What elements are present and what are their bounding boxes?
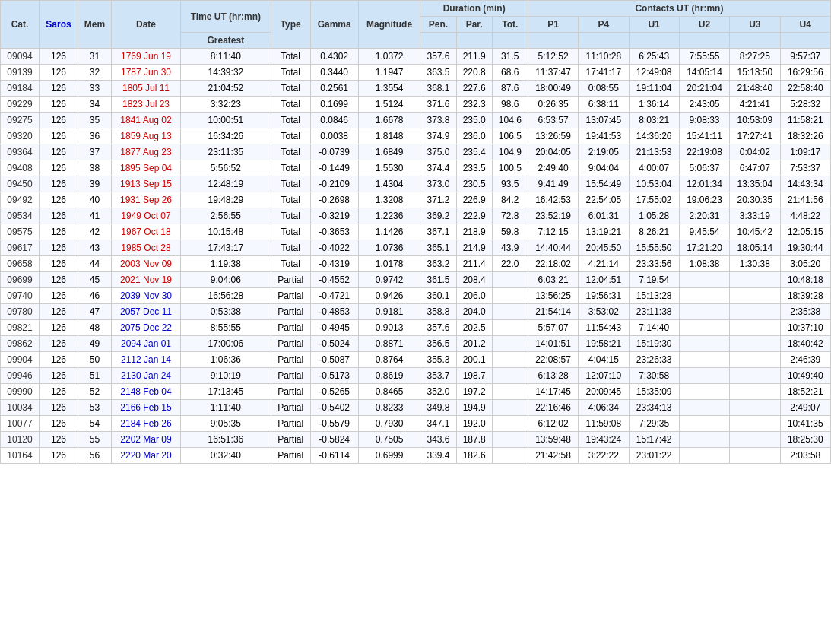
table-row: 09617126431985 Oct 2817:43:17Total-0.402… xyxy=(1,240,831,256)
table-cell: 126 xyxy=(40,400,78,416)
table-cell: 236.0 xyxy=(456,128,492,144)
table-cell: 2220 Mar 20 xyxy=(112,448,181,464)
table-cell: 13:07:45 xyxy=(579,113,629,128)
table-cell xyxy=(730,368,780,384)
table-cell: 2003 Nov 09 xyxy=(112,256,181,272)
table-cell: 104.6 xyxy=(492,113,528,128)
table-cell xyxy=(492,304,528,320)
table-cell: 59.8 xyxy=(492,224,528,240)
table-cell: 16:42:53 xyxy=(528,192,578,208)
table-cell: 1.5530 xyxy=(358,160,420,176)
table-cell: 1:19:38 xyxy=(180,256,271,272)
table-cell: 12:01:34 xyxy=(679,176,729,192)
table-cell: 232.3 xyxy=(456,97,492,113)
table-cell: 367.1 xyxy=(420,224,456,240)
table-cell xyxy=(679,432,729,448)
table-cell: 201.2 xyxy=(456,336,492,352)
table-cell: 44 xyxy=(78,256,111,272)
table-cell: 15:13:50 xyxy=(730,65,780,81)
table-cell xyxy=(730,304,780,320)
col-pen-empty xyxy=(420,33,456,49)
table-cell xyxy=(730,352,780,368)
table-row: 10077126542184 Feb 269:05:35Partial-0.55… xyxy=(1,416,831,432)
table-cell: 17:27:41 xyxy=(730,128,780,144)
table-cell: 2:35:38 xyxy=(780,304,830,320)
table-row: 09658126442003 Nov 091:19:38Total-0.4319… xyxy=(1,256,831,272)
table-cell: 361.5 xyxy=(420,272,456,288)
table-row: 09699126452021 Nov 199:04:06Partial-0.45… xyxy=(1,272,831,288)
table-cell: 371.2 xyxy=(420,192,456,208)
table-cell: 23:34:13 xyxy=(629,400,679,416)
col-gamma: Gamma xyxy=(310,1,358,49)
table-cell: 12:05:15 xyxy=(780,224,830,240)
table-cell: 21:13:53 xyxy=(629,144,679,160)
table-cell: -0.1449 xyxy=(310,160,358,176)
table-cell: 7:19:54 xyxy=(629,272,679,288)
table-cell: 1.6849 xyxy=(358,144,420,160)
table-cell: 126 xyxy=(40,416,78,432)
table-cell: 1769 Jun 19 xyxy=(112,49,181,65)
table-cell: 220.8 xyxy=(456,65,492,81)
col-time: Time UT (hr:mn) xyxy=(180,1,271,33)
table-cell: 22:58:40 xyxy=(780,81,830,97)
table-cell: Total xyxy=(271,113,310,128)
table-cell: -0.2109 xyxy=(310,176,358,192)
table-row: 09450126391913 Sep 1512:48:19Total-0.210… xyxy=(1,176,831,192)
table-cell: Total xyxy=(271,224,310,240)
table-cell: 09364 xyxy=(1,144,40,160)
table-cell: 3:53:02 xyxy=(579,304,629,320)
table-cell: 43.9 xyxy=(492,240,528,256)
table-cell: 104.9 xyxy=(492,144,528,160)
table-cell: 235.4 xyxy=(456,144,492,160)
table-cell: 19:30:44 xyxy=(780,240,830,256)
table-cell: 0.2561 xyxy=(310,81,358,97)
table-row: 10034126532166 Feb 151:11:40Partial-0.54… xyxy=(1,400,831,416)
table-cell: 4:04:15 xyxy=(579,352,629,368)
table-cell: 1913 Sep 15 xyxy=(112,176,181,192)
col-u3-empty xyxy=(730,33,780,49)
table-cell: 93.5 xyxy=(492,176,528,192)
table-cell: 368.1 xyxy=(420,81,456,97)
table-cell: 2094 Jan 01 xyxy=(112,336,181,352)
table-cell: 1895 Sep 04 xyxy=(112,160,181,176)
table-cell: -0.5173 xyxy=(310,368,358,384)
table-cell: -0.6114 xyxy=(310,448,358,464)
table-cell: 54 xyxy=(78,416,111,432)
table-cell: 6:13:28 xyxy=(528,368,578,384)
table-cell: 23:52:19 xyxy=(528,208,578,224)
table-cell: 194.9 xyxy=(456,400,492,416)
table-cell: 1:09:17 xyxy=(780,144,830,160)
table-cell: 22:18:02 xyxy=(528,256,578,272)
table-cell: 22:08:57 xyxy=(528,352,578,368)
table-cell: 84.2 xyxy=(492,192,528,208)
table-row: 09094126311769 Jun 198:11:40Total0.43021… xyxy=(1,49,831,65)
table-cell: 16:51:36 xyxy=(180,432,271,448)
table-cell: 22:16:46 xyxy=(528,400,578,416)
table-cell: 23:01:22 xyxy=(629,448,679,464)
table-cell xyxy=(492,272,528,288)
table-cell: 357.6 xyxy=(420,49,456,65)
table-cell: 352.0 xyxy=(420,384,456,400)
table-cell: 233.5 xyxy=(456,160,492,176)
table-cell: 19:58:21 xyxy=(579,336,629,352)
table-cell: 16:56:28 xyxy=(180,288,271,304)
table-cell: 09575 xyxy=(1,224,40,240)
col-time-sub: Greatest xyxy=(180,33,271,49)
table-cell: Total xyxy=(271,240,310,256)
table-cell: Partial xyxy=(271,320,310,336)
table-cell: 1859 Aug 13 xyxy=(112,128,181,144)
table-cell: 2:49:07 xyxy=(780,400,830,416)
table-cell: -0.3219 xyxy=(310,208,358,224)
table-cell: 21:42:58 xyxy=(528,448,578,464)
table-cell: 8:27:25 xyxy=(730,49,780,65)
table-cell xyxy=(679,368,729,384)
table-cell: 0:53:38 xyxy=(180,304,271,320)
table-cell: 17:21:20 xyxy=(679,240,729,256)
table-cell: 339.4 xyxy=(420,448,456,464)
table-cell: 12:48:19 xyxy=(180,176,271,192)
col-contacts-group: Contacts UT (hr:mn) xyxy=(528,1,830,17)
table-cell: 72.8 xyxy=(492,208,528,224)
table-row: 09575126421967 Oct 1810:15:48Total-0.365… xyxy=(1,224,831,240)
table-cell: 14:01:51 xyxy=(528,336,578,352)
table-cell: 16:34:26 xyxy=(180,128,271,144)
